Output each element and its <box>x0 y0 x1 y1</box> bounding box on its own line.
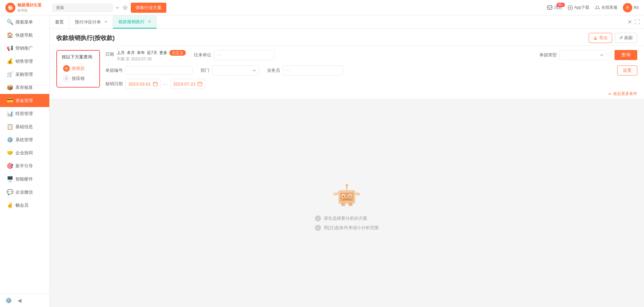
settings-bottom-icon[interactable]: ⚙️ <box>5 297 12 304</box>
main-content: 首页 预付冲应付单 ✕ 收款核销执行 ✕ ✕ ⛶ 收款核销执行(按收款) 导出 … <box>50 15 644 307</box>
sidebar-item-purchase[interactable]: 🛒 采购管理 <box>0 68 49 81</box>
headset-icon <box>595 5 600 10</box>
date-custom-badge[interactable]: 自定义 <box>169 50 186 56</box>
voucher-type-label: 单据类型 <box>539 52 557 58</box>
settings-button[interactable]: 设置 <box>617 65 637 75</box>
department-label: 部门 <box>201 67 209 73</box>
marketing-icon: 📢 <box>7 45 13 51</box>
tab-close-receipts[interactable]: ✕ <box>148 19 151 24</box>
search-input[interactable] <box>52 4 113 12</box>
department-select[interactable] <box>212 65 259 75</box>
voucher-num-input[interactable] <box>125 66 193 75</box>
tip-num-2: 2 <box>315 225 321 231</box>
option-by-receivable[interactable]: 应 按应收 <box>62 73 95 84</box>
sidebar-label: 畅会员 <box>15 202 29 208</box>
date-label: 日期 <box>105 50 114 57</box>
unit-input[interactable]: ··· <box>214 50 274 60</box>
option-receipt-label: 按收款 <box>72 65 85 71</box>
tab-close-prepaid[interactable]: ✕ <box>104 20 107 24</box>
voucher-type-select[interactable] <box>559 50 606 60</box>
sidebar-item-operation[interactable]: 📊 经营管理 <box>0 107 49 120</box>
tab-bar-actions: ✕ ⛶ <box>628 19 644 25</box>
finance-icon: 💳 <box>7 97 13 104</box>
option-receivable-label: 按应收 <box>72 75 85 82</box>
export-icon <box>593 36 598 40</box>
tab-home[interactable]: 首页 <box>50 15 69 29</box>
collapse-bar: 收起更多条件 <box>50 89 644 99</box>
sidebar-item-member[interactable]: ✌️ 畅会员 <box>0 199 49 212</box>
export-button[interactable]: 导出 <box>589 33 612 43</box>
avatar: R <box>623 3 632 12</box>
tab-receipts[interactable]: 收款核销执行 ✕ <box>113 15 157 29</box>
sidebar-item-quick-nav[interactable]: 🏠 快捷导航 <box>0 29 49 42</box>
sidebar-item-cooperation[interactable]: 🤝 企业协同 <box>0 146 49 159</box>
inventory-icon: 📦 <box>7 84 13 91</box>
app-download-item[interactable]: App下载 <box>568 5 589 10</box>
verification-date-start[interactable]: 2023-03-01 <box>125 79 161 89</box>
tab-expand-icon[interactable]: ⛶ <box>635 19 640 25</box>
date-last-month-btn[interactable]: 上月 <box>117 50 125 56</box>
sidebar-item-finance[interactable]: 💳 资金管理 <box>0 94 49 107</box>
sidebar-item-basic[interactable]: 📋 基础信息 <box>0 120 49 133</box>
empty-tip-2: 2 用[过滤]条件来缩小分析范围 <box>315 225 378 231</box>
sidebar-item-hardware[interactable]: 🖥️ 智能硬件 <box>0 172 49 186</box>
wechat-icon: 💬 <box>7 189 13 195</box>
gear-icon[interactable] <box>122 5 128 11</box>
message-badge: 99+ <box>556 3 565 7</box>
system-icon: ⚙️ <box>7 137 13 143</box>
scheme-title: 按以下方案查询 <box>62 54 95 60</box>
svg-rect-17 <box>355 192 360 196</box>
tab-close-all-icon[interactable]: ✕ <box>628 19 632 25</box>
date-this-month-btn[interactable]: 本月 <box>127 50 135 56</box>
top-bar: 畅 畅捷通好生意 标准版 体验行业方案 消息 99+ App下载 在线客服 R … <box>0 0 644 15</box>
option-by-receipt[interactable]: 收 按收款 <box>62 63 95 73</box>
sidebar-label: 企业协同 <box>15 150 33 156</box>
user-label: Rit <box>634 5 639 10</box>
query-scheme-panel: 按以下方案查询 收 按收款 应 按应收 <box>56 50 100 88</box>
sidebar-item-guide[interactable]: 🎯 新手引导 <box>0 159 49 172</box>
svg-point-13 <box>349 195 351 197</box>
tab-prepaid[interactable]: 预付冲应付单 ✕ <box>69 15 113 29</box>
sidebar-item-search[interactable]: 🔍 搜索菜单 <box>0 15 49 29</box>
date-more-btn[interactable]: 更多 <box>159 50 167 56</box>
search-icon: 🔍 <box>7 19 13 25</box>
sidebar-item-inventory[interactable]: 📦 库存核算 <box>0 81 49 94</box>
svg-text:畅: 畅 <box>8 5 13 10</box>
filter-row-2: 单据编号 部门 业务员 ··· 设置 <box>105 65 637 75</box>
empty-tip-1: 1 请先选择要分析的方案 <box>315 215 378 221</box>
sidebar-item-marketing[interactable]: 📢 营销推广 <box>0 42 49 55</box>
solution-button[interactable]: 体验行业方案 <box>131 3 166 13</box>
top-bar-middle: 体验行业方案 <box>52 3 547 13</box>
collapse-sidebar-icon[interactable]: ◀ <box>17 297 21 304</box>
query-button[interactable]: 查询 <box>614 50 637 60</box>
collapse-button[interactable]: 收起更多条件 <box>608 91 637 97</box>
verification-date-end[interactable]: 2023-07-21 <box>170 79 206 89</box>
sidebar-label: 系统管理 <box>15 137 33 143</box>
sidebar-item-sales[interactable]: 💰 销售管理 <box>0 55 49 68</box>
message-item[interactable]: 消息 99+ <box>547 5 562 11</box>
date-this-year-btn[interactable]: 本年 <box>137 50 145 56</box>
date-7days-btn[interactable]: 近7天 <box>147 50 157 56</box>
sidebar-label: 资金管理 <box>15 98 33 104</box>
unit-label: 往来单位 <box>194 52 211 58</box>
filter-row-1: 日期 上月 本月 本年 近7天 更多 自定义 不限 至 2023-07-26 <box>105 50 637 62</box>
tab-bar: 首页 预付冲应付单 ✕ 收款核销执行 ✕ ✕ ⛶ <box>50 15 644 29</box>
sidebar-item-wechat[interactable]: 💬 企业微信 <box>0 186 49 199</box>
verification-date-label: 核销日期 <box>105 81 123 87</box>
page-title: 收款核销执行(按收款) <box>56 34 115 42</box>
user-item[interactable]: R Rit <box>623 3 639 12</box>
sidebar-item-system[interactable]: ⚙️ 系统管理 <box>0 133 49 146</box>
chevron-down-icon <box>115 6 119 10</box>
online-service-item[interactable]: 在线客服 <box>595 5 618 10</box>
collapse-icon <box>608 92 612 96</box>
svg-point-2 <box>124 7 126 9</box>
chevron-down-icon <box>253 69 256 71</box>
svg-rect-18 <box>341 203 345 206</box>
svg-rect-19 <box>348 203 353 206</box>
member-icon: ✌️ <box>7 202 13 208</box>
refresh-button[interactable]: ↺ 刷新 <box>615 33 637 43</box>
staff-field: 业务员 ··· <box>267 65 343 75</box>
operation-icon: 📊 <box>7 110 13 117</box>
staff-input[interactable]: ··· <box>283 65 343 75</box>
filter-fields: 日期 上月 本月 本年 近7天 更多 自定义 不限 至 2023-07-26 <box>105 50 637 89</box>
